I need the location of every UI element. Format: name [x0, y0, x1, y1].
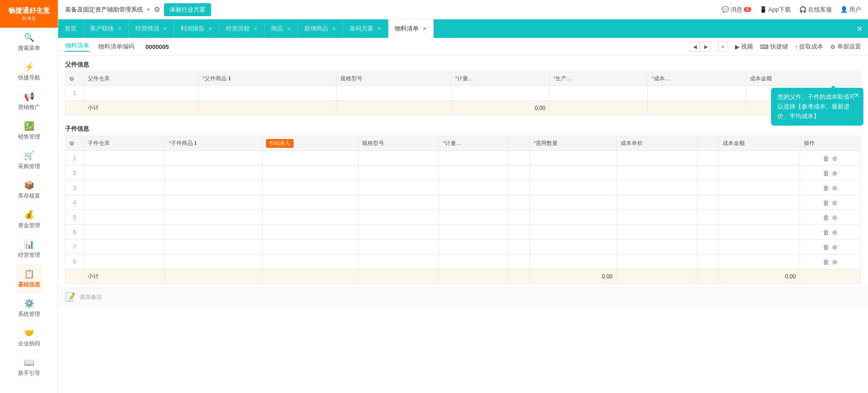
child-cell-product-0[interactable] — [165, 151, 262, 166]
child-cell-spec-2[interactable] — [358, 181, 439, 195]
delete-icon-3[interactable]: 🗑 — [823, 199, 829, 206]
child-cell-warehouse-0[interactable] — [84, 151, 165, 166]
child-cell-scan-7[interactable] — [262, 254, 358, 269]
child-cell-product-6[interactable] — [165, 240, 262, 254]
breadcrumb-wuliaoqingdan[interactable]: 物料清单 — [65, 42, 89, 52]
child-cell-extra-1[interactable] — [508, 166, 530, 181]
delete-icon-2[interactable]: 🗑 — [823, 184, 829, 192]
nav-tab-close-1[interactable]: ✕ — [118, 26, 122, 32]
child-cell-unitprice-0[interactable] — [616, 151, 697, 166]
child-cell-spec-6[interactable] — [358, 240, 439, 254]
child-cell-unit-2[interactable] — [439, 181, 508, 195]
parent-cell-warehouse[interactable] — [84, 86, 199, 101]
child-cell-amount-3[interactable] — [719, 195, 800, 210]
table-view-button[interactable]: ≡ — [718, 42, 728, 52]
child-cell-amount-2[interactable] — [719, 181, 800, 195]
sidebar-item-7[interactable]: 📊经营管理 — [16, 235, 42, 264]
child-cell-spec-4[interactable] — [358, 210, 439, 225]
child-cell-spec-1[interactable] — [358, 166, 439, 181]
sidebar-item-2[interactable]: 📢营销推广 — [16, 87, 42, 116]
child-cell-product-4[interactable] — [165, 210, 262, 225]
sidebar-item-8[interactable]: 📋基础信息 — [16, 264, 42, 294]
child-cell-extra-0[interactable] — [508, 151, 530, 166]
child-cell-quantity-6[interactable] — [530, 240, 616, 254]
nav-next-button[interactable]: ▶ — [701, 42, 711, 52]
delete-icon-1[interactable]: 🗑 — [823, 169, 829, 177]
child-cell-quantity-1[interactable] — [530, 166, 616, 181]
nav-tab-6[interactable]: 新增商品✕ — [298, 19, 343, 38]
child-th-settings[interactable]: ⚙ — [66, 136, 84, 151]
delete-icon-0[interactable]: 🗑 — [823, 155, 829, 162]
child-cell-quantity-7[interactable] — [530, 254, 616, 269]
copy-icon-0[interactable]: ⊕ — [832, 155, 838, 162]
child-cell-warehouse-4[interactable] — [84, 210, 165, 225]
child-cell-extra-2[interactable] — [508, 181, 530, 195]
nav-tab-3[interactable]: 利润报告✕ — [174, 19, 219, 38]
child-cell-amount-1[interactable] — [719, 166, 800, 181]
child-cell-unitprice-2[interactable] — [616, 181, 697, 195]
single-setting-action[interactable]: ⚙ 单据设置 — [830, 42, 861, 51]
sidebar-item-10[interactable]: 🤝企业协同 — [16, 323, 42, 353]
child-cell-extra2-0[interactable] — [698, 151, 719, 166]
child-cell-scan-3[interactable] — [262, 195, 358, 210]
nav-tab-close-5[interactable]: ✕ — [287, 26, 291, 32]
delete-icon-4[interactable]: 🗑 — [823, 214, 829, 221]
child-cell-warehouse-3[interactable] — [84, 195, 165, 210]
nav-close-button[interactable]: ✕ — [851, 19, 868, 38]
child-cell-quantity-5[interactable] — [530, 225, 616, 240]
child-cell-unit-5[interactable] — [439, 225, 508, 240]
user-item[interactable]: 👤 用户 — [840, 6, 861, 14]
child-cell-spec-5[interactable] — [358, 225, 439, 240]
extract-cost-action[interactable]: ↑ 提取成本 — [795, 42, 824, 51]
sidebar-item-1[interactable]: ⚡快捷导航 — [16, 57, 42, 87]
copy-icon-5[interactable]: ⊕ — [832, 229, 838, 236]
child-cell-warehouse-1[interactable] — [84, 166, 165, 181]
copy-icon-3[interactable]: ⊕ — [832, 199, 838, 206]
child-cell-amount-4[interactable] — [719, 210, 800, 225]
child-cell-spec-7[interactable] — [358, 254, 439, 269]
child-cell-unit-1[interactable] — [439, 166, 508, 181]
child-cell-unit-4[interactable] — [439, 210, 508, 225]
nav-tab-close-7[interactable]: ✕ — [377, 26, 381, 32]
child-cell-unit-6[interactable] — [439, 240, 508, 254]
child-cell-extra-7[interactable] — [508, 254, 530, 269]
child-cell-scan-2[interactable] — [262, 181, 358, 195]
child-cell-quantity-3[interactable] — [530, 195, 616, 210]
nav-tab-0[interactable]: 首页 — [58, 19, 84, 38]
child-cell-extra2-2[interactable] — [698, 181, 719, 195]
parent-cell-unit[interactable] — [451, 86, 549, 101]
child-cell-extra2-3[interactable] — [698, 195, 719, 210]
nav-tab-2[interactable]: 经营情况✕ — [129, 19, 174, 38]
nav-tab-close-6[interactable]: ✕ — [332, 26, 336, 32]
child-cell-amount-0[interactable] — [719, 151, 800, 166]
child-cell-extra2-6[interactable] — [698, 240, 719, 254]
copy-icon-2[interactable]: ⊕ — [832, 184, 838, 192]
child-cell-unitprice-5[interactable] — [616, 225, 697, 240]
child-cell-scan-5[interactable] — [262, 225, 358, 240]
online-service-item[interactable]: 🎧 在线客服 — [799, 6, 832, 14]
nav-tab-8[interactable]: 物料清单✕ — [388, 19, 434, 38]
parent-cell-product[interactable] — [199, 86, 336, 101]
sidebar-item-11[interactable]: 📖新手引导 — [16, 353, 42, 382]
shortcut-action[interactable]: ⌨ 快捷键 — [760, 42, 788, 51]
child-cell-product-7[interactable] — [165, 254, 262, 269]
nav-tab-close-2[interactable]: ✕ — [163, 26, 167, 32]
child-cell-product-1[interactable] — [165, 166, 262, 181]
copy-icon-6[interactable]: ⊕ — [832, 243, 838, 251]
delete-icon-5[interactable]: 🗑 — [823, 229, 829, 236]
child-cell-extra2-4[interactable] — [698, 210, 719, 225]
child-cell-spec-0[interactable] — [358, 151, 439, 166]
parent-th-settings[interactable]: ⚙ — [66, 72, 84, 86]
child-cell-unitprice-4[interactable] — [616, 210, 697, 225]
copy-icon-1[interactable]: ⊕ — [832, 169, 838, 177]
child-cell-unitprice-6[interactable] — [616, 240, 697, 254]
child-cell-scan-0[interactable] — [262, 151, 358, 166]
child-cell-unitprice-3[interactable] — [616, 195, 697, 210]
child-cell-extra-6[interactable] — [508, 240, 530, 254]
child-cell-warehouse-5[interactable] — [84, 225, 165, 240]
nav-tab-4[interactable]: 经营历程✕ — [219, 19, 265, 38]
child-cell-product-3[interactable] — [165, 195, 262, 210]
child-cell-quantity-2[interactable] — [530, 181, 616, 195]
child-cell-amount-7[interactable] — [719, 254, 800, 269]
child-cell-spec-3[interactable] — [358, 195, 439, 210]
